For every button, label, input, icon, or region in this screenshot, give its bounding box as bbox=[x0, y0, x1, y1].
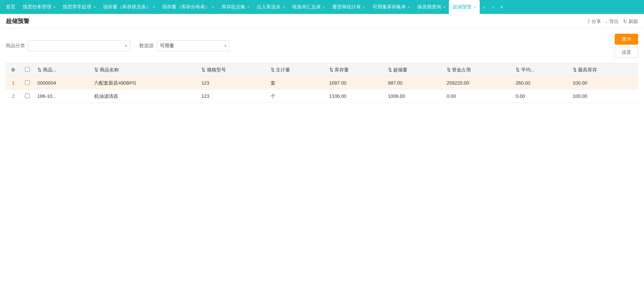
query-button[interactable]: 查询 bbox=[615, 34, 638, 45]
nav-stock-status[interactable]: 现存量（库存状况表） × bbox=[99, 0, 158, 14]
nav-close-quality-check[interactable]: × bbox=[443, 5, 445, 9]
sort-icon: ⇅ bbox=[516, 67, 520, 73]
row-checkbox-cell bbox=[21, 77, 34, 90]
row-index: 2 bbox=[6, 90, 21, 103]
sort-icon: ⇅ bbox=[37, 67, 41, 73]
nav-stock-dist[interactable]: 现存量（库存分布表） × bbox=[158, 0, 217, 14]
category-filter-group: 商品分类 ▾ bbox=[6, 40, 131, 51]
row-checkbox[interactable] bbox=[25, 80, 30, 85]
nav-task-mgmt[interactable]: 拣货任务管理 × bbox=[19, 0, 59, 14]
row-spec: 123 bbox=[198, 90, 267, 103]
col-checkbox-header bbox=[21, 63, 34, 77]
datasource-value: 可用量 bbox=[160, 42, 174, 49]
row-checkbox[interactable] bbox=[25, 93, 30, 98]
row-max-stock: 100.00 bbox=[569, 90, 638, 103]
table-row: 1 0000004 六配套新昌490BPG 123 套 1097.00 997.… bbox=[6, 77, 638, 90]
row-stock-qty: 1097.00 bbox=[326, 77, 384, 90]
nav-close-inout-flow[interactable]: × bbox=[282, 5, 285, 9]
row-unit: 套 bbox=[267, 77, 326, 90]
datasource-label: 数据源 bbox=[139, 42, 154, 49]
select-all-checkbox[interactable] bbox=[25, 67, 30, 72]
category-select[interactable]: ▾ bbox=[28, 40, 131, 51]
row-index: 1 bbox=[6, 77, 21, 90]
nav-scroll-left[interactable]: ‹ bbox=[480, 0, 489, 14]
nav-close-stock-batch[interactable]: × bbox=[247, 5, 249, 9]
nav-close-order-stats[interactable]: × bbox=[363, 5, 365, 9]
sort-icon: ⇅ bbox=[329, 67, 333, 73]
col-stock-qty-header[interactable]: ⇅ 库存量 bbox=[326, 63, 384, 77]
nav-scroll-right[interactable]: › bbox=[489, 0, 497, 14]
refresh-button[interactable]: ↻ 刷新 bbox=[623, 18, 638, 25]
row-product-code: 0000004 bbox=[34, 77, 91, 90]
nav-abnormal[interactable]: 拣货异常处理 × bbox=[59, 0, 99, 14]
row-product-code: 186-10... bbox=[34, 90, 91, 103]
nav-inout-flow[interactable]: 出入库流水 × bbox=[253, 0, 288, 14]
page-header: 超储预警 ⤴ 分享 ↓ 导出 ↻ 刷新 bbox=[0, 14, 644, 29]
nav-home[interactable]: 首页 bbox=[2, 0, 19, 14]
table-row: 2 186-10... 机油滤清器 123 个 1106.00 1006.00 … bbox=[6, 90, 638, 103]
gear-icon[interactable]: ⚙ bbox=[11, 67, 15, 73]
row-capital-occ: 259220.00 bbox=[443, 77, 512, 90]
row-max-stock: 100.00 bbox=[569, 77, 638, 90]
action-buttons: 查询 设置 bbox=[615, 34, 638, 58]
header-actions: ⤴ 分享 ↓ 导出 ↻ 刷新 bbox=[588, 18, 638, 25]
col-product-name-header[interactable]: ⇅ 商品名称 bbox=[91, 63, 198, 77]
row-unit: 个 bbox=[267, 90, 326, 103]
overstock-table: ⚙ ⇅ 商品... ⇅ 商品名称 ⇅ 规格型号 ⇅ bbox=[6, 63, 638, 103]
row-spec: 123 bbox=[198, 77, 267, 90]
col-capital-occ-header[interactable]: ⇅ 资金占用 bbox=[443, 63, 512, 77]
table-header-row: ⚙ ⇅ 商品... ⇅ 商品名称 ⇅ 规格型号 ⇅ bbox=[6, 63, 638, 77]
nav-close-stock-status[interactable]: × bbox=[153, 5, 155, 9]
col-avg-header[interactable]: ⇅ 平均... bbox=[512, 63, 569, 77]
datasource-chevron-icon: ▾ bbox=[224, 44, 227, 48]
row-overstock-qty: 1006.00 bbox=[384, 90, 443, 103]
nav-avail-ledger[interactable]: 可用量库存账本 × bbox=[369, 0, 414, 14]
row-avg: 0.00 bbox=[512, 90, 569, 103]
sort-icon: ⇅ bbox=[94, 67, 98, 73]
col-overstock-qty-header[interactable]: ⇅ 超储量 bbox=[384, 63, 443, 77]
datasource-select[interactable]: 可用量 ▾ bbox=[157, 40, 230, 51]
export-button[interactable]: ↓ 导出 bbox=[605, 18, 619, 25]
col-product-code-header[interactable]: ⇅ 商品... bbox=[34, 63, 91, 77]
sort-icon: ⇅ bbox=[447, 67, 451, 73]
filter-area: 商品分类 ▾ 数据源 可用量 ▾ 查询 设置 bbox=[0, 29, 644, 63]
nav-recv-send[interactable]: 收发存汇总表 × bbox=[289, 0, 329, 14]
nav-more[interactable]: × bbox=[497, 0, 506, 14]
nav-overstock-warn[interactable]: 超储预警 × bbox=[449, 0, 479, 14]
col-settings: ⚙ bbox=[6, 63, 21, 77]
row-overstock-qty: 997.00 bbox=[384, 77, 443, 90]
table-container: ⚙ ⇅ 商品... ⇅ 商品名称 ⇅ 规格型号 ⇅ bbox=[0, 63, 644, 103]
nav-close-avail-ledger[interactable]: × bbox=[408, 5, 410, 9]
page-title: 超储预警 bbox=[6, 18, 29, 25]
nav-close-abnormal[interactable]: × bbox=[93, 5, 95, 9]
nav-close-overstock-warn[interactable]: × bbox=[473, 5, 476, 9]
nav-quality-check[interactable]: 保质期查询 × bbox=[414, 0, 449, 14]
nav-stock-batch[interactable]: 库存批次账 × bbox=[218, 0, 253, 14]
datasource-filter-group: 数据源 可用量 ▾ bbox=[139, 40, 230, 51]
sort-icon: ⇅ bbox=[388, 67, 392, 73]
category-chevron-icon: ▾ bbox=[125, 44, 127, 48]
row-product-name: 机油滤清器 bbox=[91, 90, 198, 103]
share-button[interactable]: ⤴ 分享 bbox=[588, 18, 601, 25]
sort-icon: ⇅ bbox=[271, 67, 275, 73]
col-unit-header[interactable]: ⇅ 主计量 bbox=[267, 63, 326, 77]
table-body: 1 0000004 六配套新昌490BPG 123 套 1097.00 997.… bbox=[6, 77, 638, 103]
settings-button[interactable]: 设置 bbox=[615, 47, 638, 58]
row-capital-occ: 0.00 bbox=[443, 90, 512, 103]
row-avg: 260.00 bbox=[512, 77, 569, 90]
col-spec-header[interactable]: ⇅ 规格型号 bbox=[198, 63, 267, 77]
category-label: 商品分类 bbox=[6, 42, 25, 49]
nav-close-recv-send[interactable]: × bbox=[323, 5, 325, 9]
nav-close-stock-dist[interactable]: × bbox=[212, 5, 214, 9]
sort-icon: ⇅ bbox=[201, 67, 205, 73]
sort-icon: ⇅ bbox=[573, 67, 577, 73]
refresh-icon: ↻ bbox=[623, 19, 627, 24]
row-product-name: 六配套新昌490BPG bbox=[91, 77, 198, 90]
share-icon: ⤴ bbox=[588, 19, 590, 24]
col-max-stock-header[interactable]: ⇅ 最高库存 bbox=[569, 63, 638, 77]
nav-order-stats[interactable]: 要货单统计表 × bbox=[329, 0, 369, 14]
top-navigation: 首页 拣货任务管理 × 拣货异常处理 × 现存量（库存状况表） × 现存量（库存… bbox=[0, 0, 644, 14]
row-stock-qty: 1106.00 bbox=[326, 90, 384, 103]
nav-close-task-mgmt[interactable]: × bbox=[53, 5, 55, 9]
export-icon: ↓ bbox=[605, 19, 608, 24]
